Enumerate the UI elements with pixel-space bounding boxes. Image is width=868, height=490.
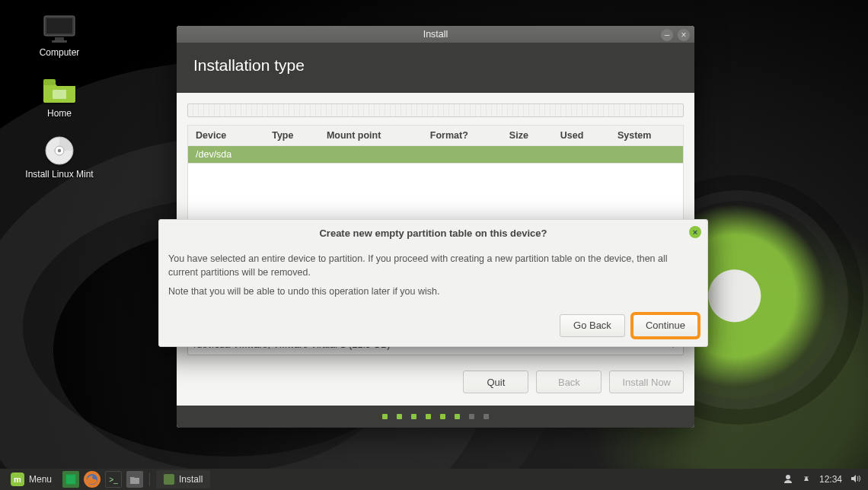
- progress-dot: [455, 414, 460, 419]
- cell-used: [553, 146, 610, 164]
- network-icon[interactable]: [801, 473, 812, 486]
- back-button[interactable]: Back: [536, 371, 602, 393]
- progress-dot: [426, 414, 431, 419]
- window-title: Install: [423, 29, 448, 40]
- folder-icon: [41, 75, 78, 105]
- user-icon[interactable]: [783, 473, 793, 486]
- volume-icon[interactable]: [850, 473, 860, 486]
- firefox-icon[interactable]: [84, 471, 101, 488]
- svg-rect-5: [53, 90, 66, 99]
- svg-rect-9: [66, 475, 75, 484]
- column-header[interactable]: Type: [264, 126, 319, 146]
- mint-logo-icon: m: [11, 473, 24, 486]
- taskbar-task-install[interactable]: Install: [156, 470, 210, 488]
- table-row[interactable]: /dev/sda: [188, 146, 684, 164]
- progress-dot: [382, 414, 388, 419]
- svg-rect-1: [46, 18, 72, 33]
- desktop-icon-install-linux-mint[interactable]: Install Linux Mint: [25, 135, 93, 180]
- back-button-label: Back: [558, 377, 580, 388]
- terminal-icon[interactable]: >_: [105, 471, 122, 488]
- desktop-icon-label: Computer: [40, 47, 80, 58]
- taskbar: m Menu >_ Install 12:34: [0, 469, 868, 490]
- install-now-button-label: Install Now: [622, 377, 671, 388]
- progress-dot: [469, 414, 474, 419]
- go-back-button[interactable]: Go Back: [560, 314, 625, 337]
- dialog-title: Create new empty partition table on this…: [319, 228, 547, 239]
- clock[interactable]: 12:34: [819, 474, 842, 485]
- progress-dot: [483, 414, 489, 419]
- dialog-close-icon[interactable]: ×: [689, 226, 701, 238]
- task-label: Install: [179, 474, 203, 485]
- svg-rect-2: [55, 37, 64, 40]
- dialog-text: You have selected an entire device to pa…: [168, 253, 698, 279]
- desktop-icon-computer[interactable]: Computer: [40, 14, 80, 58]
- progress-dot: [440, 414, 445, 419]
- cell-type: [264, 146, 319, 164]
- close-icon[interactable]: ×: [678, 29, 690, 41]
- continue-button-label: Continue: [646, 320, 685, 331]
- task-app-icon: [164, 474, 174, 485]
- cell-size: [502, 146, 553, 164]
- progress-dot: [397, 414, 402, 419]
- desktop-icon-label: Home: [47, 108, 72, 119]
- taskbar-separator: [149, 473, 150, 486]
- start-menu-button[interactable]: m Menu: [5, 470, 58, 488]
- column-header[interactable]: Mount point: [319, 126, 423, 146]
- page-heading: Installation type: [177, 43, 694, 93]
- disc-icon: [41, 135, 78, 166]
- go-back-button-label: Go Back: [573, 320, 611, 331]
- partition-table[interactable]: Device Type Mount point Format? Size Use…: [187, 125, 684, 164]
- svg-point-8: [58, 149, 61, 152]
- disk-usage-bar: [187, 103, 684, 117]
- start-menu-label: Menu: [29, 474, 52, 485]
- system-tray: 12:34: [783, 473, 863, 486]
- progress-dot: [411, 414, 416, 419]
- monitor-icon: [41, 14, 78, 44]
- column-header[interactable]: Used: [553, 126, 610, 146]
- cell-device: /dev/sda: [188, 146, 265, 164]
- svg-point-11: [786, 475, 790, 479]
- dialog-text: Note that you will be able to undo this …: [168, 285, 698, 299]
- continue-button[interactable]: Continue: [633, 314, 698, 337]
- desktop-icon-home[interactable]: Home: [41, 75, 78, 119]
- cell-format: [423, 146, 502, 164]
- minimize-icon[interactable]: –: [661, 29, 673, 41]
- cell-mount: [319, 146, 423, 164]
- show-desktop-icon[interactable]: [62, 471, 79, 488]
- window-titlebar[interactable]: Install – ×: [177, 26, 694, 43]
- column-header[interactable]: Device: [188, 126, 265, 146]
- svg-rect-3: [52, 40, 67, 43]
- column-header[interactable]: Size: [502, 126, 553, 146]
- confirm-partition-dialog: Create new empty partition table on this…: [158, 219, 708, 347]
- svg-rect-4: [43, 79, 56, 85]
- column-header[interactable]: Format?: [423, 126, 502, 146]
- quit-button[interactable]: Quit: [463, 371, 528, 393]
- file-manager-icon[interactable]: [126, 471, 143, 488]
- wizard-progress-dots: [177, 406, 694, 428]
- cell-system: [610, 146, 684, 164]
- install-now-button[interactable]: Install Now: [609, 371, 684, 393]
- quit-button-label: Quit: [487, 377, 506, 388]
- desktop-icons: Computer Home Install Linux Mint: [14, 14, 105, 180]
- desktop-icon-label: Install Linux Mint: [25, 169, 93, 180]
- column-header[interactable]: System: [610, 126, 684, 146]
